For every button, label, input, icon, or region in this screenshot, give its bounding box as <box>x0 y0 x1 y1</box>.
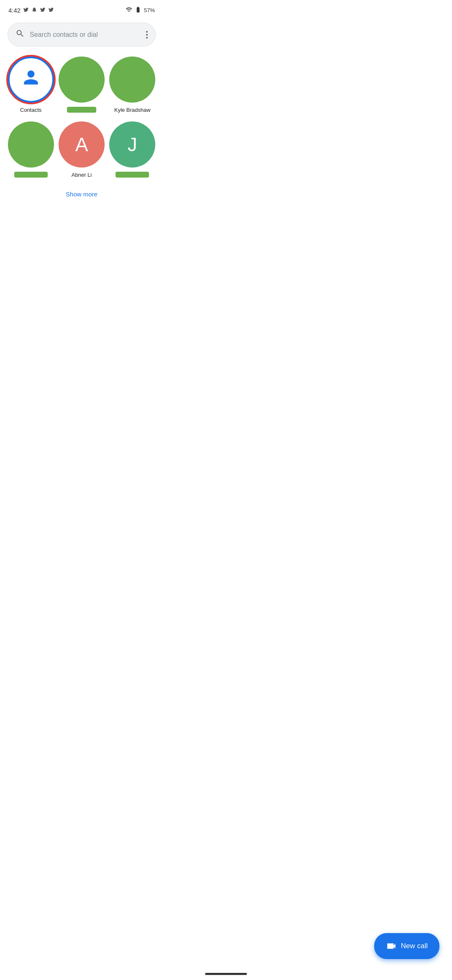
more-options-icon[interactable] <box>146 31 148 39</box>
notification-icon <box>31 7 37 14</box>
battery-percent: 57% <box>144 7 155 13</box>
show-more-container: Show more <box>0 182 163 214</box>
kyle-avatar <box>109 57 155 103</box>
search-bar-container: Search contacts or dial <box>0 18 163 52</box>
contact-item-contacts[interactable]: Contacts <box>8 57 54 113</box>
twitter-icon-2 <box>40 7 46 14</box>
contact-item-kyle[interactable]: Kyle Bradshaw <box>109 57 156 113</box>
contact6-name-placeholder <box>116 172 149 178</box>
contacts-grid: Contacts Kyle Bradshaw A Abner Li J <box>0 52 163 182</box>
search-bar[interactable]: Search contacts or dial <box>8 23 156 46</box>
contact6-avatar: J <box>109 121 155 168</box>
show-more-button[interactable]: Show more <box>57 186 106 202</box>
status-left: 4:42 <box>8 7 54 14</box>
contact2-avatar <box>59 57 105 103</box>
search-placeholder: Search contacts or dial <box>30 31 141 39</box>
abner-initial: A <box>75 133 88 156</box>
search-icon <box>15 29 25 40</box>
contact2-name-placeholder <box>67 107 96 113</box>
battery-icon <box>135 6 141 14</box>
status-time: 4:42 <box>8 7 21 14</box>
contact4-avatar <box>8 121 54 168</box>
contact-item-2[interactable] <box>58 57 105 113</box>
contacts-avatar <box>8 57 54 103</box>
contact4-name-placeholder <box>14 172 48 178</box>
abner-avatar: A <box>59 121 105 168</box>
twitter-icon-1 <box>23 7 29 14</box>
person-icon <box>21 67 41 93</box>
abner-label: Abner Li <box>72 172 92 178</box>
contact-item-4[interactable] <box>8 121 54 178</box>
status-right: 57% <box>126 6 155 14</box>
contact-item-6[interactable]: J <box>109 121 156 178</box>
contact-item-abner[interactable]: A Abner Li <box>58 121 105 178</box>
contact6-initial: J <box>128 133 137 156</box>
contacts-label: Contacts <box>20 107 41 113</box>
status-bar: 4:42 57% <box>0 0 163 18</box>
kyle-label: Kyle Bradshaw <box>114 107 151 113</box>
twitter-icon-3 <box>48 7 54 14</box>
wifi-icon <box>126 6 132 14</box>
